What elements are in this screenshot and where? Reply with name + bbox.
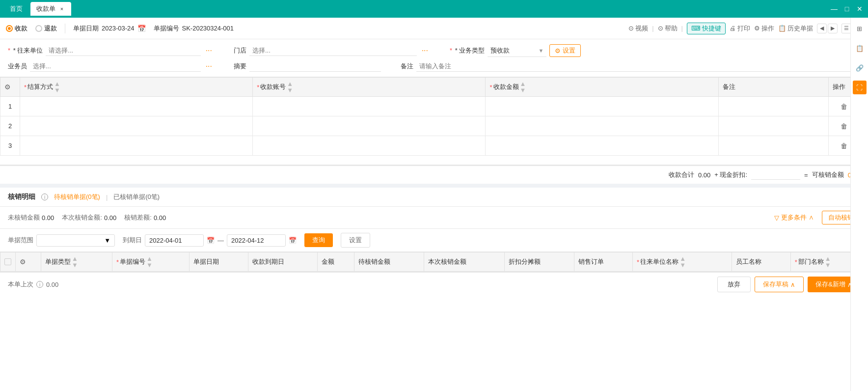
calendar-from-icon[interactable]: 📅 — [207, 237, 215, 244]
filter-icon: ▽ — [774, 214, 779, 222]
minimize-button[interactable]: — — [830, 4, 839, 13]
table-settings-icon[interactable]: ⚙ — [4, 83, 11, 91]
hexiao-info-icon[interactable]: i — [41, 194, 48, 200]
th-amount: * 收款金额 ▲▼ — [486, 78, 718, 97]
done-tab-link[interactable]: 已核销单据(0笔) — [113, 193, 160, 201]
row-amount[interactable] — [486, 136, 718, 156]
footer-info: 本单上次 i 0.00 — [8, 280, 58, 289]
table2-settings-icon[interactable]: ⚙ — [20, 258, 26, 266]
staff-input[interactable] — [30, 61, 201, 72]
form-row-1: * * 往来单位 ··· 门店 ··· * * 业务类型 预收款 — [8, 44, 860, 57]
counterparty-input[interactable] — [46, 45, 200, 56]
sidebar-table-btn[interactable]: ⊞ — [853, 22, 867, 35]
business-type-field: * * 业务类型 预收款 ▼ ⚙ 设置 — [450, 44, 860, 57]
th-pending: 待核销金额 — [354, 252, 424, 272]
view-list[interactable]: ☰ — [841, 24, 851, 33]
row-settlement[interactable] — [20, 116, 253, 136]
summary-field: 摘要 — [234, 61, 381, 72]
top-toolbar: 收款 退款 单据日期 2023-03-24 📅 单据编号 SK-20230324… — [0, 18, 868, 39]
date-calendar-icon[interactable]: 📅 — [137, 25, 146, 32]
close-button[interactable]: ✕ — [855, 4, 864, 13]
nav-next[interactable]: ▶ — [828, 24, 838, 33]
setting-btn2[interactable]: 设置 — [341, 233, 370, 248]
radio-receipt-circle — [6, 25, 13, 32]
row-settlement[interactable] — [20, 97, 253, 116]
restore-button[interactable]: □ — [842, 4, 851, 13]
query-btn[interactable]: 查询 — [304, 233, 333, 247]
radio-receipt[interactable]: 收款 — [6, 24, 27, 33]
current-value: 0.00 — [104, 214, 116, 222]
row-amount[interactable] — [486, 97, 718, 116]
date-label: 单据日期 — [73, 24, 99, 33]
row-account[interactable] — [253, 97, 486, 116]
date-to-input[interactable] — [227, 234, 286, 247]
hexiao-header: 核销明细 i 待核销单据(0笔) | 已核销单据(0笔) — [0, 188, 868, 207]
th-date: 单据日期 — [190, 252, 248, 272]
tab-receipt-label: 收款单 — [36, 4, 55, 13]
save-draft-label: 保存草稿 — [763, 280, 788, 289]
number-value: SK-20230324-001 — [182, 25, 234, 32]
date-from-input[interactable] — [145, 234, 204, 247]
row-delete-icon[interactable]: 🗑 — [841, 142, 847, 150]
row-remark[interactable] — [718, 97, 828, 116]
tab-receipt[interactable]: 收款单 × — [30, 2, 71, 16]
radio-receipt-label: 收款 — [15, 24, 27, 33]
range-select[interactable]: ▼ — [36, 234, 115, 247]
summary-row: 收款合计 0.00 + 现金折扣: = 可核销金额 0.00 — [0, 166, 868, 184]
tab-close-receipt[interactable]: × — [58, 5, 65, 12]
discount-label: + 现金折扣: — [714, 170, 747, 179]
pending-tab-link[interactable]: 待核销单据(0笔) — [54, 193, 100, 201]
row-delete-icon[interactable]: 🗑 — [841, 122, 847, 130]
remark-field: 备注 — [401, 61, 860, 72]
staff-more-btn[interactable]: ··· — [204, 62, 214, 71]
row-settlement[interactable] — [20, 136, 253, 156]
row-remark[interactable] — [718, 136, 828, 156]
tab-home[interactable]: 首页 — [4, 2, 28, 16]
sidebar-link-btn[interactable]: 🔗 — [853, 61, 867, 75]
table-row: 1 🗑 ⊕ — [0, 97, 868, 116]
help-btn[interactable]: ⊙ 帮助 — [658, 24, 678, 33]
calendar-to-icon[interactable]: 📅 — [289, 237, 297, 244]
video-btn[interactable]: ⊙ 视频 — [628, 24, 648, 33]
summary-input[interactable] — [249, 61, 381, 72]
sidebar-expand-btn[interactable]: ⛶ — [853, 81, 867, 94]
settings-gear-icon: ⚙ — [555, 47, 561, 55]
ops-label: 操作 — [761, 24, 774, 33]
history-btn[interactable]: 📋 历史单据 — [778, 24, 813, 33]
row-amount[interactable] — [486, 116, 718, 136]
row-remark[interactable] — [718, 116, 828, 136]
bottom-table-section: ⚙ 单据类型▲▼ *单据编号▲▼ 单据日期 收款到期日 金额 待核销金额 本次核… — [0, 252, 868, 272]
history-icon: 📋 — [778, 25, 786, 32]
footer-info-icon[interactable]: i — [36, 281, 43, 288]
tab-bar: 首页 收款单 × — □ ✕ — [0, 0, 868, 18]
abandon-btn[interactable]: 放弃 — [717, 277, 751, 292]
store-input[interactable] — [249, 45, 417, 56]
nav-prev[interactable]: ◀ — [817, 24, 827, 33]
more-conditions-btn[interactable]: ▽ 更多条件 ∧ — [774, 213, 814, 222]
discount-input[interactable] — [751, 170, 800, 180]
radio-refund-circle — [35, 25, 42, 32]
counterparty-more-btn[interactable]: ··· — [204, 46, 214, 55]
save-draft-btn[interactable]: 保存草稿 ∧ — [755, 277, 804, 292]
row-num: 3 — [0, 136, 20, 156]
print-label: 打印 — [737, 24, 750, 33]
th-type: 单据类型▲▼ — [41, 252, 112, 272]
remark-input[interactable] — [416, 61, 860, 72]
row-delete-icon[interactable]: 🗑 — [841, 103, 847, 111]
type-radio-group: 收款 退款 — [6, 24, 57, 33]
print-btn[interactable]: 🖨 打印 — [730, 24, 750, 33]
table-row: 2 🗑 ⊕ — [0, 116, 868, 136]
radio-refund[interactable]: 退款 — [35, 24, 57, 33]
row-account[interactable] — [253, 116, 486, 136]
row-account[interactable] — [253, 136, 486, 156]
ops-btn[interactable]: ⚙ 操作 — [754, 24, 774, 33]
row-num: 1 — [0, 97, 20, 116]
select-all-checkbox[interactable] — [4, 258, 11, 265]
store-more-btn[interactable]: ··· — [420, 46, 430, 55]
sidebar-document-btn[interactable]: 📋 — [853, 41, 867, 55]
th-settings-2: ⚙ — [16, 252, 41, 272]
th-sales-order: 销售订单 — [574, 252, 632, 272]
business-settings-btn[interactable]: ⚙ 设置 — [549, 44, 581, 57]
shortcut-btn[interactable]: ⌨ 快捷键 — [687, 23, 726, 34]
business-type-select[interactable]: 预收款 ▼ — [488, 45, 546, 57]
